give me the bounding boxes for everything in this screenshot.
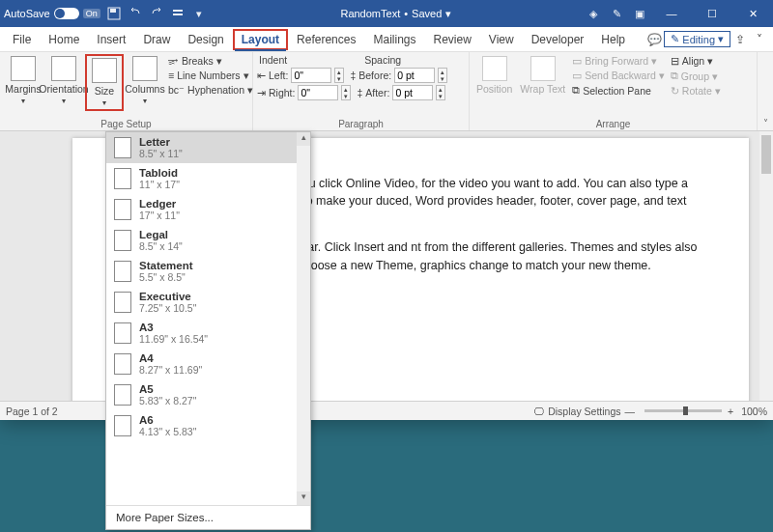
ribbon-display-icon[interactable]: ▣ (632, 6, 647, 21)
tab-references[interactable]: References (288, 29, 364, 50)
page-icon (114, 415, 131, 436)
spacing-header: Spacing (362, 54, 401, 66)
tab-help[interactable]: Help (592, 29, 634, 50)
spacing-before-input[interactable] (394, 68, 435, 83)
wrap-text-button: Wrap Text (517, 54, 568, 97)
chevron-down-icon: ▾ (21, 97, 25, 105)
page-icon (114, 261, 131, 282)
size-dims: 8.27" x 11.69" (139, 364, 202, 376)
toggle-switch-icon[interactable] (54, 8, 79, 19)
size-button[interactable]: Size▾ (85, 54, 124, 111)
spacing-after-input[interactable] (392, 85, 433, 100)
size-option-executive[interactable]: Executive7.25" x 10.5" (106, 287, 310, 318)
minimize-button[interactable]: — (655, 2, 688, 25)
tab-home[interactable]: Home (40, 29, 88, 50)
line-numbers-icon: ≡ (168, 70, 174, 81)
size-name: A4 (139, 352, 202, 364)
diamond-icon[interactable]: ◈ (586, 6, 601, 21)
orientation-button[interactable]: Orientation▾ (44, 54, 83, 107)
tab-draw[interactable]: Draw (134, 29, 179, 50)
ribbon: Margins▾ Orientation▾ Size▾ Columns▾ ⭈Br… (0, 52, 773, 131)
group-button: ⧉ Group ▾ (669, 69, 723, 83)
tab-review[interactable]: Review (424, 29, 479, 50)
more-paper-sizes[interactable]: More Paper Sizes... (106, 505, 310, 529)
comments-icon[interactable]: 💬 (644, 30, 664, 49)
title-dropdown-icon[interactable]: ▾ (445, 8, 451, 20)
size-name: Statement (139, 260, 193, 271)
dropdown-scrollbar[interactable]: ▴ ▾ (297, 132, 310, 505)
size-name: A5 (139, 383, 196, 395)
size-option-letter[interactable]: Letter8.5" x 11" (106, 132, 310, 163)
hyphenation-button[interactable]: bc⁻Hyphenation ▾ (166, 83, 255, 97)
pencil-icon: ✎ (671, 33, 679, 45)
group-page-setup: Margins▾ Orientation▾ Size▾ Columns▾ ⭈Br… (0, 52, 253, 130)
display-settings-button[interactable]: 🖵 Display Settings (534, 406, 620, 417)
size-dims: 4.13" x 5.83" (139, 426, 196, 437)
undo-icon[interactable] (128, 6, 143, 21)
hyphenation-icon: bc⁻ (168, 84, 185, 96)
zoom-level[interactable]: 100% (741, 406, 767, 417)
maximize-button[interactable]: ☐ (696, 2, 729, 25)
close-button[interactable]: ✕ (736, 2, 769, 25)
size-name: A6 (139, 414, 196, 426)
ribbon-tabs: File Home Insert Draw Design Layout Refe… (0, 27, 773, 52)
size-name: Executive (139, 291, 196, 302)
breaks-button[interactable]: ⭈Breaks ▾ (166, 54, 255, 68)
pen-icon[interactable]: ✎ (609, 6, 624, 21)
size-option-a4[interactable]: A48.27" x 11.69" (106, 349, 310, 379)
tab-file[interactable]: File (4, 29, 40, 50)
zoom-slider[interactable] (644, 409, 722, 412)
spacing-before[interactable]: ‡Before:▴▾ (350, 68, 447, 83)
qat-more-icon[interactable] (170, 6, 186, 21)
size-name: Tabloid (139, 167, 180, 179)
indent-left-input[interactable] (291, 68, 331, 83)
tab-view[interactable]: View (480, 29, 523, 50)
margins-button[interactable]: Margins▾ (4, 54, 43, 107)
autosave-label: AutoSave (4, 8, 50, 19)
tab-mailings[interactable]: Mailings (364, 29, 424, 50)
editing-mode-button[interactable]: ✎ Editing ▾ (664, 31, 730, 47)
scrollbar-thumb[interactable] (761, 135, 771, 174)
group-arrange: Position Wrap Text ▭ Bring Forward ▾ ▭ S… (470, 52, 758, 130)
line-numbers-button[interactable]: ≡Line Numbers ▾ (166, 69, 255, 82)
tab-developer[interactable]: Developer (523, 29, 593, 50)
qat-dropdown-icon[interactable]: ▾ (191, 6, 207, 21)
size-dims: 5.5" x 8.5" (139, 271, 193, 283)
spacing-after[interactable]: ‡After:▴▾ (357, 85, 445, 100)
chevron-down-icon: ▾ (718, 33, 724, 45)
size-option-ledger[interactable]: Ledger17" x 11" (106, 194, 310, 225)
share-icon[interactable]: ⇪ (730, 30, 750, 49)
redo-icon[interactable] (149, 6, 164, 21)
tab-insert[interactable]: Insert (88, 29, 134, 50)
align-button[interactable]: ⊟ Align ▾ (669, 54, 723, 68)
ribbon-collapse-icon[interactable]: ˅ (758, 52, 773, 130)
spinner[interactable]: ▴▾ (334, 68, 344, 83)
scroll-down-icon[interactable]: ▾ (297, 491, 310, 505)
selection-pane-button[interactable]: ⧉ Selection Pane (570, 83, 667, 98)
indent-right-icon: ⇥ (257, 87, 266, 98)
indent-left[interactable]: ⇤Left:▴▾ (257, 68, 344, 83)
scroll-up-icon[interactable]: ▴ (297, 132, 310, 146)
autosave-toggle[interactable]: AutoSave On (4, 8, 100, 19)
save-icon[interactable] (106, 6, 122, 21)
page-icon (114, 353, 131, 375)
indent-right-input[interactable] (298, 85, 338, 100)
page-icon (114, 292, 131, 313)
vertical-scrollbar[interactable] (759, 131, 773, 401)
page-icon (114, 322, 131, 344)
size-option-tabloid[interactable]: Tabloid11" x 17" (106, 163, 310, 194)
collapse-ribbon-icon[interactable]: ˅ (750, 30, 769, 49)
columns-button[interactable]: Columns▾ (126, 54, 164, 107)
size-option-legal[interactable]: Legal8.5" x 14" (106, 225, 310, 256)
breaks-icon: ⭈ (168, 55, 179, 67)
indent-right[interactable]: ⇥Right:▴▾ (257, 85, 351, 100)
tab-layout[interactable]: Layout (233, 29, 288, 50)
page-indicator[interactable]: Page 1 of 2 (6, 406, 58, 417)
size-option-statement[interactable]: Statement5.5" x 8.5" (106, 256, 310, 287)
size-option-a3[interactable]: A311.69" x 16.54" (106, 318, 310, 349)
size-name: Letter (139, 136, 183, 148)
size-option-a5[interactable]: A55.83" x 8.27" (106, 379, 310, 410)
tab-design[interactable]: Design (179, 29, 232, 50)
size-option-a6[interactable]: A64.13" x 5.83" (106, 410, 310, 441)
size-dims: 17" x 11" (139, 210, 180, 221)
